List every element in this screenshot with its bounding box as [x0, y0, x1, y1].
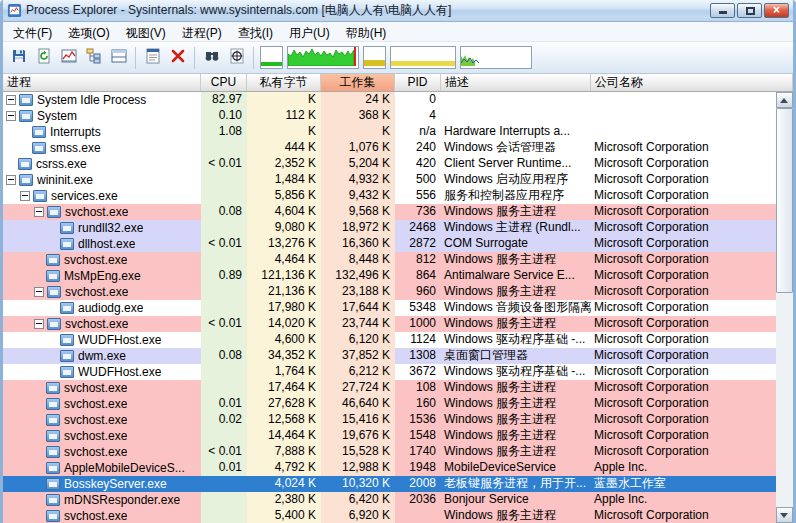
process-cell-working-set: 24 K [321, 92, 395, 108]
process-row[interactable]: svchost.exe0.084,604 K9,568 K736Windows … [3, 204, 776, 220]
process-cell-pid: 556 [395, 188, 441, 204]
process-row[interactable]: smss.exe444 K1,076 K240Windows 会话管理器Micr… [3, 140, 776, 156]
tree-collapse-toggle[interactable] [6, 95, 16, 105]
tree-collapse-toggle[interactable] [34, 287, 44, 297]
window-controls [710, 3, 789, 18]
scroll-down-button[interactable] [776, 507, 793, 523]
process-row[interactable]: WUDFHost.exe4,600 K6,120 K1124Windows 驱动… [3, 332, 776, 348]
toolbar-graph-commit-history-graph[interactable] [390, 46, 456, 69]
process-icon [46, 462, 60, 474]
process-icon [32, 126, 46, 138]
column-header-working-set[interactable]: 工作集 [321, 74, 395, 91]
process-row[interactable]: System0.10112 K368 K4 [3, 108, 776, 124]
process-cell-working-set: 16,360 K [321, 236, 395, 252]
process-row[interactable]: svchost.exe21,136 K23,188 K960Windows 服务… [3, 284, 776, 300]
process-row[interactable]: svchost.exe0.0212,568 K15,416 K1536Windo… [3, 412, 776, 428]
close-icon [765, 4, 788, 17]
process-cell-description: Windows 启动应用程序 [441, 172, 591, 188]
toolbar-graph-cpu-usage-meter[interactable] [260, 46, 283, 69]
process-cell-company: Microsoft Corporation [591, 156, 776, 172]
scroll-up-button[interactable] [776, 92, 793, 108]
toolbar-button-refresh[interactable] [31, 45, 56, 70]
tree-collapse-toggle[interactable] [6, 175, 16, 185]
column-header-description[interactable]: 描述 [441, 74, 591, 91]
menu-item-process[interactable]: 进程(P) [174, 22, 230, 41]
process-cell-private-bytes: 1,764 K [247, 364, 321, 380]
process-row[interactable]: svchost.exe< 0.017,888 K15,528 K1740Wind… [3, 444, 776, 460]
close-button[interactable] [764, 3, 789, 18]
process-row[interactable]: svchost.exe14,464 K19,676 K1548Windows 服… [3, 428, 776, 444]
scrollbar-thumb[interactable] [776, 108, 793, 293]
process-row[interactable]: System Idle Process82.97K24 K0 [3, 92, 776, 108]
process-row[interactable]: svchost.exe< 0.0114,020 K23,744 K1000Win… [3, 316, 776, 332]
menu-item-options[interactable]: 选项(O) [60, 22, 117, 41]
menu-item-file[interactable]: 文件(F) [5, 22, 60, 41]
tree-collapse-toggle[interactable] [34, 319, 44, 329]
process-name: svchost.exe [65, 205, 128, 220]
process-row[interactable]: csrss.exe< 0.012,352 K5,204 K420Client S… [3, 156, 776, 172]
tree-collapse-toggle[interactable] [34, 207, 44, 217]
process-row[interactable]: AppleMobileDeviceS...0.014,792 K12,988 K… [3, 460, 776, 476]
process-row[interactable]: svchost.exe4,464 K8,448 K812Windows 服务主进… [3, 252, 776, 268]
process-name: svchost.exe [64, 445, 127, 460]
process-row[interactable]: mDNSResponder.exe2,380 K6,420 K2036Bonjo… [3, 492, 776, 508]
tree-icon [86, 48, 102, 68]
column-header-process[interactable]: 进程 [3, 74, 201, 91]
process-row[interactable]: BosskeyServer.exe4,024 K10,320 K2008老板键服… [3, 476, 776, 492]
minimize-button[interactable] [710, 3, 735, 18]
process-row[interactable]: dllhost.exe< 0.0113,276 K16,360 K2872COM… [3, 236, 776, 252]
menu-item-users[interactable]: 用户(U) [281, 22, 338, 41]
process-row[interactable]: Interrupts1.08KKn/aHardware Interrupts a… [3, 124, 776, 140]
process-cell-name: BosskeyServer.exe [3, 476, 201, 492]
tree-indent [3, 228, 60, 229]
process-cell-company: Microsoft Corporation [591, 172, 776, 188]
toolbar-button-find-handle[interactable] [199, 45, 224, 70]
column-header-cpu[interactable]: CPU [201, 74, 247, 91]
tree-indent [3, 420, 46, 421]
toolbar-button-kill-process[interactable] [165, 45, 190, 70]
toolbar-button-properties[interactable] [140, 45, 165, 70]
column-header-private-bytes[interactable]: 私有字节 [247, 74, 321, 91]
process-cell-name: Interrupts [3, 124, 201, 140]
toolbar-button-show-process-tree[interactable] [81, 45, 106, 70]
toolbar-button-find-window-process[interactable] [224, 45, 249, 70]
tree-collapse-toggle[interactable] [6, 111, 16, 121]
toolbar-button-system-information[interactable] [56, 45, 81, 70]
process-cell-working-set: 23,188 K [321, 284, 395, 300]
maximize-button[interactable] [737, 3, 762, 18]
menu-item-view[interactable]: 视图(V) [118, 22, 174, 41]
process-row[interactable]: MsMpEng.exe0.89121,136 K132,496 K864Anti… [3, 268, 776, 284]
process-row[interactable]: WUDFHost.exe1,764 K6,212 K3672Windows 驱动… [3, 364, 776, 380]
process-cell-company [591, 108, 776, 124]
column-header-pid[interactable]: PID [395, 74, 441, 91]
menu-item-help[interactable]: 帮助(H) [338, 22, 395, 41]
process-row[interactable]: audiodg.exe17,980 K17,644 K5348Windows 音… [3, 300, 776, 316]
process-icon [46, 382, 60, 394]
toolbar-button-save[interactable] [6, 45, 31, 70]
menu-item-find[interactable]: 查找(I) [230, 22, 281, 41]
column-header-company[interactable]: 公司名称 [591, 74, 793, 91]
process-name: svchost.exe [64, 397, 127, 412]
vertical-scrollbar[interactable] [776, 92, 793, 523]
panes-icon [111, 48, 127, 68]
toolbar-graph-io-history-graph[interactable] [460, 46, 532, 69]
process-icon [19, 174, 33, 186]
process-row[interactable]: wininit.exe1,484 K4,932 K500Windows 启动应用… [3, 172, 776, 188]
process-row[interactable]: svchost.exe5,400 K6,920 KWindows 服务主进程Mi… [3, 508, 776, 523]
process-row[interactable]: svchost.exe17,464 K27,724 K108Windows 服务… [3, 380, 776, 396]
tree-collapse-toggle[interactable] [20, 191, 30, 201]
tree-indent [3, 500, 46, 501]
toolbar-graph-commit-meter[interactable] [363, 46, 386, 69]
process-cell-description: Windows 会话管理器 [441, 140, 591, 156]
process-cell-name: csrss.exe [3, 156, 201, 172]
process-cell-cpu [201, 188, 247, 204]
process-cell-cpu: < 0.01 [201, 316, 247, 332]
process-cell-cpu [201, 300, 247, 316]
process-row[interactable]: dwm.exe0.0834,352 K37,852 K1308桌面窗口管理器Mi… [3, 348, 776, 364]
process-row[interactable]: services.exe5,856 K9,432 K556服务和控制器应用程序M… [3, 188, 776, 204]
title-bar[interactable]: Process Explorer - Sysinternals: www.sys… [3, 0, 793, 22]
toolbar-button-view-dlls[interactable] [106, 45, 131, 70]
toolbar-graph-cpu-history-graph[interactable] [287, 46, 359, 69]
process-row[interactable]: svchost.exe0.0127,628 K46,640 K160Window… [3, 396, 776, 412]
process-row[interactable]: rundll32.exe9,080 K18,972 K2468Windows 主… [3, 220, 776, 236]
